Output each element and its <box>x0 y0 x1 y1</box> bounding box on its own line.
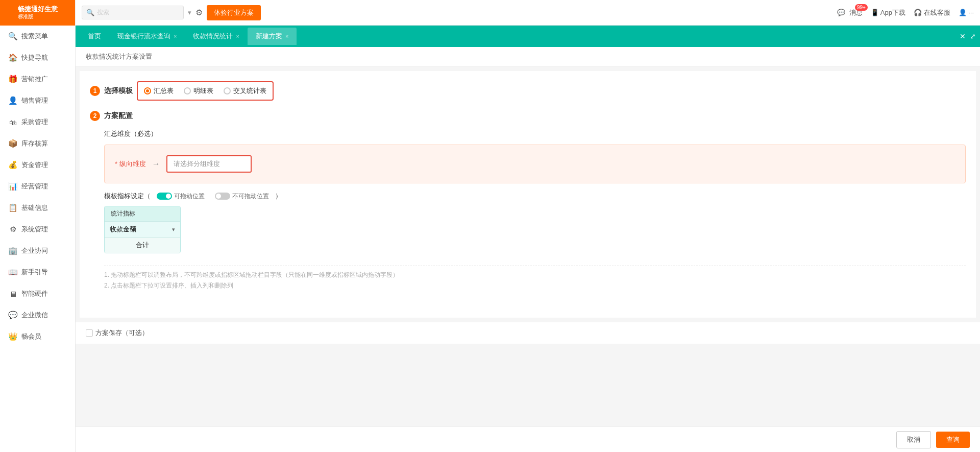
sidebar-item-search-menu[interactable]: 🔍搜索菜单 <box>0 26 75 47</box>
sidebar-label-purchase: 采购管理 <box>21 117 48 127</box>
sidebar-label-base-info: 基础信息 <box>21 203 48 212</box>
step1-header: 1 选择模板 汇总表 明细表 交叉统计表 <box>90 81 966 101</box>
step1-title: 选择模板 <box>104 86 133 96</box>
sidebar-logo: 畅捷通好生意 标准版 <box>0 0 75 26</box>
message-count: 99+ <box>855 4 868 11</box>
draggable-label: 可拖动位置 <box>174 192 205 201</box>
sidebar-label-member: 畅会员 <box>21 332 41 341</box>
template-radio-group: 汇总表 明细表 交叉统计表 <box>137 81 274 101</box>
drag-off-toggle[interactable] <box>215 193 230 200</box>
drag-on-toggle[interactable] <box>157 193 172 200</box>
message-icon: 💬 <box>837 9 845 16</box>
tabbar-actions: ✕ ⤢ <box>960 32 976 40</box>
topbar: 🔍 搜索 ▾ ⚙ 体验行业方案 💬 99+ 消息 📱 App下载 🎧 在线客服 … <box>76 0 980 26</box>
download-label: App下载 <box>880 9 905 16</box>
dimension-placeholder: 请选择分组维度 <box>174 160 220 168</box>
form-footer: 方案保存（可选） <box>76 322 980 344</box>
form-area: 1 选择模板 汇总表 明细表 交叉统计表 <box>80 71 976 318</box>
tab-0[interactable]: 首页 <box>80 28 109 45</box>
member-icon: 👑 <box>8 332 17 341</box>
tip2: 2. 点击标题栏下拉可设置排序、插入列和删除列 <box>104 281 966 290</box>
radio-dot-jiaocha <box>224 87 231 94</box>
dimension-title-text: 汇总维度（必选） <box>104 130 157 137</box>
sidebar-item-system[interactable]: ⚙系统管理 <box>0 219 75 240</box>
user-avatar: 👤 ··· <box>959 9 974 16</box>
tab-label-3: 新建方案 <box>256 32 282 41</box>
indicators-section: 模板指标设定（ 可拖动位置 不可拖动位置 ） <box>104 192 966 255</box>
save-label: 方案保存（可选） <box>95 328 149 338</box>
dimension-select[interactable]: 请选择分组维度 <box>166 155 252 173</box>
close-window-icon[interactable]: ✕ <box>960 32 966 40</box>
topbar-right: 💬 99+ 消息 📱 App下载 🎧 在线客服 👤 ··· <box>837 8 974 17</box>
sidebar-label-smart-hw: 智能硬件 <box>21 289 48 298</box>
radio-mingxi[interactable]: 明细表 <box>184 86 213 96</box>
sales-icon: 👤 <box>8 96 17 105</box>
vertical-dimension-label: * 纵向维度 <box>115 159 146 169</box>
step2-section: 2 方案配置 汇总维度（必选） * 纵向维度 → 请选择分组维度 <box>90 111 966 297</box>
save-checkbox[interactable]: 方案保存（可选） <box>86 328 149 338</box>
quick-nav-icon: 🏠 <box>8 53 17 62</box>
tab-close-2[interactable]: × <box>236 33 239 39</box>
industry-btn[interactable]: 体验行业方案 <box>207 5 261 20</box>
sidebar-label-wechat: 企业微信 <box>21 311 48 320</box>
message-badge-wrapper[interactable]: 💬 99+ 消息 <box>837 8 863 17</box>
search-box[interactable]: 🔍 搜索 <box>82 6 184 19</box>
base-info-icon: 📋 <box>8 203 17 212</box>
maximize-icon[interactable]: ⤢ <box>970 32 976 40</box>
radio-jiaocha-label: 交叉统计表 <box>233 86 266 96</box>
sidebar-item-marketing[interactable]: 🎁营销推广 <box>0 68 75 90</box>
sidebar-item-newbie[interactable]: 📖新手引导 <box>0 261 75 283</box>
step2-header: 2 方案配置 <box>90 111 966 121</box>
footer-label: 合计 <box>136 241 149 249</box>
sidebar-item-purchase[interactable]: 🛍采购管理 <box>0 111 75 133</box>
inventory-icon: 📦 <box>8 139 17 148</box>
tab-label-1: 现金银行流水查询 <box>117 32 170 41</box>
sidebar-item-finance[interactable]: 💰资金管理 <box>0 154 75 176</box>
purchase-icon: 🛍 <box>8 118 17 127</box>
sidebar-label-finance: 资金管理 <box>21 160 48 170</box>
radio-mingxi-label: 明细表 <box>193 86 213 96</box>
radio-jiaocha[interactable]: 交叉统计表 <box>224 86 266 96</box>
tab-close-3[interactable]: × <box>285 33 288 39</box>
stats-header-label: 统计指标 <box>111 210 135 217</box>
sidebar-item-base-info[interactable]: 📋基础信息 <box>0 197 75 219</box>
indicators-title-text: 模板指标设定（ <box>104 192 151 201</box>
page-header: 收款情况统计方案设置 <box>76 47 980 67</box>
sidebar-label-sales: 销售管理 <box>21 96 48 105</box>
tab-2[interactable]: 收款情况统计× <box>185 28 247 45</box>
stats-header: 统计指标 <box>105 206 180 221</box>
sidebar-item-wechat[interactable]: 💬企业微信 <box>0 304 75 326</box>
download-btn[interactable]: 📱 App下载 <box>871 8 905 17</box>
cancel-button[interactable]: 取消 <box>896 431 931 448</box>
sidebar-label-inventory: 库存核算 <box>21 139 48 148</box>
tab-3[interactable]: 新建方案× <box>248 28 297 45</box>
sidebar-item-quick-nav[interactable]: 🏠快捷导航 <box>0 47 75 68</box>
enterprise-icon: 🏢 <box>8 246 17 255</box>
arrow-icon: → <box>152 159 160 169</box>
wechat-icon: 💬 <box>8 311 17 320</box>
sidebar-label-quick-nav: 快捷导航 <box>21 53 48 62</box>
user-info[interactable]: 👤 ··· <box>959 9 974 16</box>
close-paren: ） <box>275 192 282 201</box>
sidebar-item-inventory[interactable]: 📦库存核算 <box>0 133 75 154</box>
step2-number: 2 <box>90 111 100 121</box>
gear-icon[interactable]: ⚙ <box>195 8 203 17</box>
sidebar-item-enterprise[interactable]: 🏢企业协同 <box>0 240 75 261</box>
service-label: 在线客服 <box>924 9 950 16</box>
sidebar-item-sales[interactable]: 👤销售管理 <box>0 90 75 111</box>
sidebar-label-system: 系统管理 <box>21 225 48 234</box>
sidebar-item-operations[interactable]: 📊经营管理 <box>0 176 75 197</box>
sidebar-label-enterprise: 企业协同 <box>21 246 48 255</box>
query-button[interactable]: 查询 <box>936 432 970 448</box>
service-btn[interactable]: 🎧 在线客服 <box>914 8 950 17</box>
finance-icon: 💰 <box>8 160 17 170</box>
chevron-down-icon[interactable]: ▾ <box>188 9 191 16</box>
step2-title: 方案配置 <box>104 111 133 121</box>
sidebar-item-member[interactable]: 👑畅会员 <box>0 326 75 347</box>
tab-close-1[interactable]: × <box>174 33 177 39</box>
sidebar-item-smart-hw[interactable]: 🖥智能硬件 <box>0 283 75 304</box>
radio-huizong[interactable]: 汇总表 <box>144 86 174 96</box>
tab-1[interactable]: 现金银行流水查询× <box>109 28 185 45</box>
stats-cell-revenue[interactable]: 收款金额 ▾ <box>105 221 180 237</box>
tab-label-0: 首页 <box>88 32 101 41</box>
